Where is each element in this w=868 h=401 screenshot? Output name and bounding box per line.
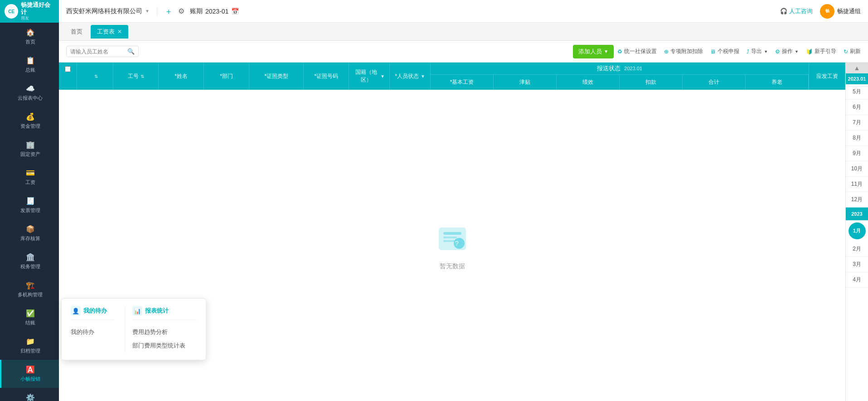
company-selector[interactable]: 西安虾米网络科技有限公司 ▼: [66, 7, 150, 15]
add-person-button[interactable]: 添加人员 ▼: [573, 45, 614, 58]
sidebar-label-fund: 资金管理: [20, 123, 40, 130]
search-box[interactable]: 🔍: [66, 46, 139, 57]
cal-month-1-active[interactable]: 1月: [849, 222, 866, 240]
avatar: 畅: [820, 4, 834, 19]
popup-todo-title: 我的待办: [83, 307, 107, 315]
toolbar: 🔍 添加人员 ▼ ♻ 统一社保设置 ⊕ 专项附加扣除 🖥 个税申报: [59, 41, 868, 63]
logo-subtitle: 用友: [21, 15, 54, 21]
social-security-button[interactable]: ♻ 统一社保设置: [617, 48, 657, 55]
th-report-status-label: *人员状态: [395, 72, 419, 80]
cal-month-7[interactable]: 7月: [846, 115, 868, 130]
sidebar-item-settings[interactable]: ⚙️ 基础设置: [0, 388, 59, 401]
th-pension-label: 养老: [771, 78, 782, 86]
sidebar-item-multi-org[interactable]: 🏗️ 多机构管理: [0, 275, 59, 304]
search-input[interactable]: [70, 48, 125, 55]
sidebar-item-archive[interactable]: 📁 归档管理: [0, 332, 59, 360]
operations-button[interactable]: ⚙ 操作 ▼: [775, 48, 799, 55]
popup-report-header: 📊 报表统计: [132, 306, 197, 320]
calendar-icon[interactable]: 📅: [231, 8, 239, 15]
sidebar-item-salary[interactable]: 💳 工资: [0, 163, 59, 191]
period-info: 账期 2023-01 📅: [190, 7, 239, 15]
cal-month-12[interactable]: 12月: [846, 192, 868, 208]
avatar-text: 畅: [825, 8, 829, 14]
fund-icon: 💰: [26, 112, 35, 121]
th-performance: 绩效: [557, 75, 620, 90]
th-salary-group: 报送状态 2023.01 *基本工资 津贴 绩效: [431, 63, 809, 90]
popup-columns: 👤 我的待办 我的待办 📊 报表统计 费用趋势分析 部门费用类型统计表: [71, 306, 197, 353]
tax-report-button[interactable]: 🖥 个税申报: [710, 48, 739, 55]
sidebar-item-invoice[interactable]: 🧾 发票管理: [0, 191, 59, 219]
headset-icon: 🎧: [780, 8, 787, 14]
cal-month-3[interactable]: 3月: [846, 257, 868, 272]
select-all-checkbox[interactable]: [65, 66, 71, 72]
th-operations-label: 应发工资: [816, 72, 838, 80]
special-deduct-button[interactable]: ⊕ 专项附加扣除: [664, 48, 703, 55]
popup-item-expense-trend[interactable]: 费用趋势分析: [132, 325, 197, 339]
period-value: 2023-01: [205, 8, 228, 15]
toolbar-actions: ♻ 统一社保设置 ⊕ 专项附加扣除 🖥 个税申报 ⤴ 导出 ▼ ⚙: [617, 48, 861, 55]
sidebar-item-fixed-asset[interactable]: 🏢 固定资产: [0, 135, 59, 163]
special-deduct-icon: ⊕: [664, 48, 669, 55]
th-checkbox[interactable]: [59, 63, 77, 90]
sidebar-item-inventory[interactable]: 📦 库存核算: [0, 219, 59, 247]
cal-month-6[interactable]: 6月: [846, 100, 868, 115]
th-nationality: *证照号码: [304, 63, 349, 90]
filter-icon-personnel[interactable]: ▼: [380, 74, 385, 79]
app-logo: CE 畅捷通好会计 用友: [0, 0, 59, 23]
svg-rect-1: [443, 232, 461, 235]
sidebar-item-cloud-report[interactable]: ☁️ 云报表中心: [0, 79, 59, 107]
company-settings-button[interactable]: ⚙: [178, 7, 184, 15]
cal-month-4[interactable]: 4月: [846, 272, 868, 288]
popup-col-todo: 👤 我的待办 我的待办: [71, 306, 114, 353]
cal-month-2[interactable]: 2月: [846, 242, 868, 257]
popup-item-dept-expense[interactable]: 部门费用类型统计表: [132, 339, 197, 353]
table-header-row1: ⇅ 工号 ⇅ *姓名 *部门 *证照类型: [59, 63, 845, 90]
header: 西安虾米网络科技有限公司 ▼ ＋ ⚙ 账期 2023-01 📅 🎧 人工咨询 畅…: [59, 0, 868, 23]
customer-service-button[interactable]: 🎧 人工咨询: [780, 7, 813, 15]
invoice-icon: 🧾: [26, 197, 35, 205]
todo-header-icon: 👤: [71, 306, 81, 316]
cal-month-11[interactable]: 11月: [846, 177, 868, 192]
sidebar-item-fund[interactable]: 💰 资金管理: [0, 107, 59, 135]
cal-month-5[interactable]: 5月: [846, 84, 868, 100]
sidebar-item-home[interactable]: 🏠 首页: [0, 23, 59, 51]
guide-button[interactable]: 🔰 新手引导: [806, 48, 836, 55]
sidebar-item-ledger[interactable]: 📋 总账: [0, 51, 59, 79]
add-person-label: 添加人员: [578, 48, 602, 56]
sidebar-label-tax: 税务管理: [20, 263, 40, 270]
company-name: 西安虾米网络科技有限公司: [66, 7, 142, 15]
refresh-button[interactable]: ↻ 刷新: [844, 48, 861, 55]
popup-col-report: 📊 报表统计 费用趋势分析 部门费用类型统计表: [125, 306, 197, 353]
special-deduct-label: 专项附加扣除: [670, 48, 703, 55]
th-personnel-status-label: 国籍（地区）: [354, 68, 378, 84]
th-name-label: 工号: [128, 72, 139, 80]
tab-salary-table[interactable]: 工资表 ✕: [91, 25, 128, 39]
tab-home-label: 首页: [71, 28, 82, 36]
th-salary-period: 2023.01: [624, 66, 642, 71]
sidebar-item-expense[interactable]: 🅰️ 小畅报销: [0, 360, 59, 388]
user-name: 畅捷通组: [837, 7, 861, 15]
calendar-up-nav[interactable]: ▲: [846, 63, 868, 73]
th-total-label: 合计: [708, 78, 719, 86]
sidebar-label-ledger: 总账: [25, 67, 35, 73]
export-label: 导出: [751, 48, 762, 55]
cal-month-10[interactable]: 10月: [846, 161, 868, 177]
cal-month-8[interactable]: 8月: [846, 130, 868, 146]
tax-icon: 🏛️: [26, 253, 35, 261]
user-info[interactable]: 畅 畅捷通组: [820, 4, 861, 19]
filter-icon-report[interactable]: ▼: [421, 74, 425, 79]
export-arrow: ▼: [764, 49, 768, 54]
popup-item-my-todo[interactable]: 我的待办: [71, 325, 114, 339]
tab-home[interactable]: 首页: [64, 25, 89, 39]
export-button[interactable]: ⤴ 导出 ▼: [747, 48, 768, 55]
tab-salary-close[interactable]: ✕: [117, 29, 122, 35]
cal-month-9[interactable]: 9月: [846, 146, 868, 161]
header-divider-1: [157, 7, 157, 16]
add-company-button[interactable]: ＋: [165, 6, 173, 17]
sidebar-item-tax[interactable]: 🏛️ 税务管理: [0, 247, 59, 275]
expense-icon: 🅰️: [26, 365, 35, 374]
sidebar-item-settlement[interactable]: ✅ 结账: [0, 304, 59, 332]
archive-icon: 📁: [26, 337, 35, 346]
customer-service-label: 人工咨询: [789, 7, 813, 15]
sidebar-label-asset: 固定资产: [20, 151, 40, 158]
